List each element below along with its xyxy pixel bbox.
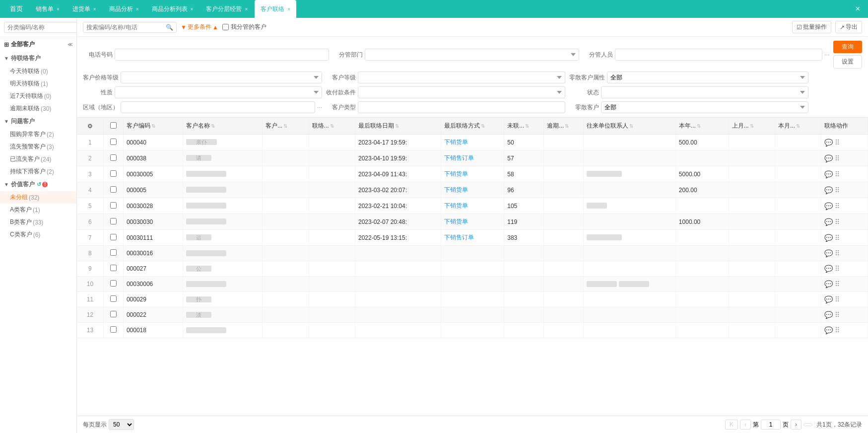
phone-input[interactable] <box>115 49 329 61</box>
more-action-icon[interactable]: ⠿ <box>835 218 840 226</box>
row-checkbox[interactable] <box>110 139 117 145</box>
close-customer-contact-tab[interactable]: × <box>287 6 290 12</box>
close-sales-tab[interactable]: × <box>57 6 60 12</box>
row-checkbox[interactable] <box>110 234 117 240</box>
cell-lastway[interactable] <box>441 261 504 277</box>
sidebar-item-today[interactable]: 今天待联络 (0) <box>0 65 76 77</box>
row-checkbox[interactable] <box>110 186 117 193</box>
nav-tab-customer-contact[interactable]: 客户联络 × <box>255 0 296 18</box>
more-action-icon[interactable]: ⠿ <box>835 311 840 319</box>
cell-check[interactable] <box>103 182 123 198</box>
cell-check[interactable] <box>103 230 123 246</box>
nav-home[interactable]: 首页 <box>4 4 29 13</box>
last-way-link[interactable]: 下销售订单 <box>444 234 474 241</box>
chat-action-icon[interactable]: 💬 <box>824 326 833 334</box>
close-product-list-tab[interactable]: × <box>191 6 194 12</box>
cell-check[interactable] <box>103 292 123 307</box>
cell-check[interactable] <box>103 150 123 166</box>
row-checkbox[interactable] <box>110 202 117 209</box>
sidebar-item-tomorrow[interactable]: 明天待联络 (1) <box>0 77 76 90</box>
cell-check[interactable] <box>103 261 123 277</box>
reset-btn[interactable]: 设置 <box>833 55 862 69</box>
nav-tab-product[interactable]: 商品分析 × <box>103 0 145 18</box>
sidebar-item-overdue[interactable]: 逾期未联络 (30) <box>0 102 76 115</box>
cell-lastway[interactable]: 下销货单 <box>441 166 504 182</box>
sidebar-item-7days[interactable]: 近7天待联络 (0) <box>0 90 76 102</box>
cell-check[interactable] <box>103 246 123 261</box>
nav-tab-purchase[interactable]: 进货单 × <box>67 0 102 18</box>
cell-check[interactable] <box>103 277 123 292</box>
sidebar-item-lost[interactable]: 已流失客户 (24) <box>0 153 76 165</box>
cell-check[interactable] <box>103 323 123 338</box>
region-input[interactable] <box>121 101 315 113</box>
select-all-checkbox[interactable] <box>110 122 117 129</box>
close-customer-layer-tab[interactable]: × <box>245 6 248 12</box>
row-checkbox[interactable] <box>110 249 117 256</box>
row-checkbox[interactable] <box>110 280 117 287</box>
cell-check[interactable] <box>103 166 123 182</box>
chat-action-icon[interactable]: 💬 <box>824 311 833 319</box>
price-level-select[interactable] <box>121 72 322 83</box>
more-action-icon[interactable]: ⠿ <box>835 170 840 178</box>
th-settings[interactable]: ⚙ <box>77 118 103 135</box>
chat-action-icon[interactable]: 💬 <box>824 186 833 194</box>
chat-action-icon[interactable]: 💬 <box>824 295 833 303</box>
cell-check[interactable] <box>103 135 123 150</box>
row-checkbox[interactable] <box>110 218 117 224</box>
nature-select[interactable] <box>115 86 322 98</box>
page-number-input[interactable] <box>761 420 781 430</box>
more-action-icon[interactable]: ⠿ <box>835 295 840 303</box>
cell-lastway[interactable]: 下销货单 <box>441 182 504 198</box>
batch-op-btn[interactable]: ☑ 批量操作 <box>792 21 831 33</box>
cell-lastway[interactable] <box>441 246 504 261</box>
prev-page-btn[interactable]: ‹ <box>740 420 751 430</box>
nav-tab-product-list[interactable]: 商品分析列表 × <box>146 0 200 18</box>
filter-search-input[interactable] <box>86 24 166 31</box>
cell-lastway[interactable] <box>441 307 504 323</box>
last-way-link[interactable]: 下销售订单 <box>444 154 474 161</box>
my-customers-filter[interactable]: 我分管的客户 <box>222 23 267 31</box>
nav-tab-sales[interactable]: 销售单 × <box>30 0 66 18</box>
sidebar-group-problem[interactable]: ▼ 问题客户 <box>0 115 76 128</box>
more-action-icon[interactable]: ⠿ <box>835 249 840 257</box>
sidebar-search-input[interactable] <box>4 22 77 33</box>
sidebar-item-b[interactable]: B类客户 (33) <box>0 216 76 228</box>
query-btn[interactable]: 查询 <box>833 41 862 53</box>
last-way-link[interactable]: 下销货单 <box>444 186 468 193</box>
last-way-link[interactable]: 下销货单 <box>444 139 468 145</box>
last-way-link[interactable]: 下销货单 <box>444 202 468 209</box>
sidebar-all-customers[interactable]: ⊞ 全部客户 ≪ <box>0 37 76 52</box>
loose-select[interactable]: 全部 <box>601 101 808 113</box>
chat-action-icon[interactable]: 💬 <box>824 139 833 146</box>
more-action-icon[interactable]: ⠿ <box>835 202 840 210</box>
first-page-btn[interactable]: K <box>725 420 738 430</box>
more-action-icon[interactable]: ⠿ <box>835 234 840 242</box>
cell-lastway[interactable]: 下销货单 <box>441 135 504 150</box>
customer-level-select[interactable] <box>358 72 565 83</box>
th-check[interactable] <box>103 118 123 135</box>
filter-more-btn[interactable]: ▼ 更多条件 ▲ <box>181 23 218 31</box>
sidebar-item-abnormal[interactable]: 囤购异常客户 (2) <box>0 128 76 141</box>
export-btn[interactable]: ↗ 导出 <box>835 21 862 33</box>
cell-lastway[interactable]: 下销货单 <box>441 214 504 230</box>
cell-check[interactable] <box>103 307 123 323</box>
settings-icon[interactable]: ⚙ <box>87 123 93 130</box>
manager-input[interactable] <box>615 49 822 61</box>
sidebar-item-c[interactable]: C类客户 (6) <box>0 228 76 241</box>
sidebar-item-ungroup[interactable]: 未分组 (32) <box>0 191 76 204</box>
row-checkbox[interactable] <box>110 170 117 177</box>
chat-action-icon[interactable]: 💬 <box>824 170 833 178</box>
attr-select[interactable]: 全部 <box>607 72 808 83</box>
manager-dots[interactable]: ··· <box>824 51 829 58</box>
dept-select[interactable] <box>365 49 579 61</box>
close-purchase-tab[interactable]: × <box>93 6 96 12</box>
row-checkbox[interactable] <box>110 295 117 302</box>
more-action-icon[interactable]: ⠿ <box>835 265 840 273</box>
chat-action-icon[interactable]: 💬 <box>824 265 833 273</box>
cell-check[interactable] <box>103 198 123 214</box>
cell-lastway[interactable] <box>441 323 504 338</box>
status-select[interactable] <box>601 86 808 98</box>
sidebar-item-declining[interactable]: 持续下滑客户 (2) <box>0 165 76 178</box>
more-action-icon[interactable]: ⠿ <box>835 186 840 194</box>
page-size-select[interactable]: 50 100 200 <box>109 419 134 430</box>
